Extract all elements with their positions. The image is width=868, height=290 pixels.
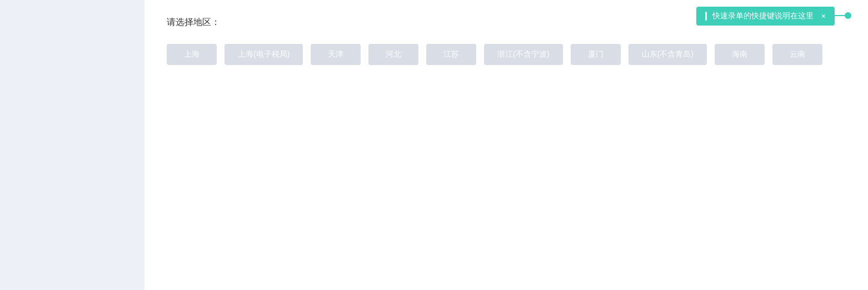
tooltip-text: 快速录单的快捷键说明在这里 [712,11,814,21]
region-button-shandong[interactable]: 山东(不含青岛) [628,44,707,65]
region-button-hebei[interactable]: 河北 [368,44,418,65]
tooltip-close-button[interactable]: × [821,12,826,21]
region-button-shanghai-etax[interactable]: 上海(电子税局) [225,44,303,65]
tooltip-line [835,15,845,16]
sidebar [0,0,144,290]
tooltip-dot [845,12,851,19]
region-button-yunnan[interactable]: 云南 [772,44,822,65]
region-button-hainan[interactable]: 海南 [715,44,765,65]
region-buttons: 上海上海(电子税局)天津河北江苏浙江(不含宁波)厦门山东(不含青岛)海南云南 [167,44,846,65]
region-button-xiamen[interactable]: 厦门 [571,44,621,65]
region-button-tianjin[interactable]: 天津 [311,44,361,65]
tooltip-banner: 快速录单的快捷键说明在这里 × [696,7,835,26]
region-button-zhejiang[interactable]: 浙江(不含宁波) [484,44,562,65]
region-button-jiangsu[interactable]: 江苏 [426,44,476,65]
main-content: 请选择地区： 上海上海(电子税局)天津河北江苏浙江(不含宁波)厦门山东(不含青岛… [144,0,868,290]
region-button-shanghai[interactable]: 上海 [167,44,217,65]
